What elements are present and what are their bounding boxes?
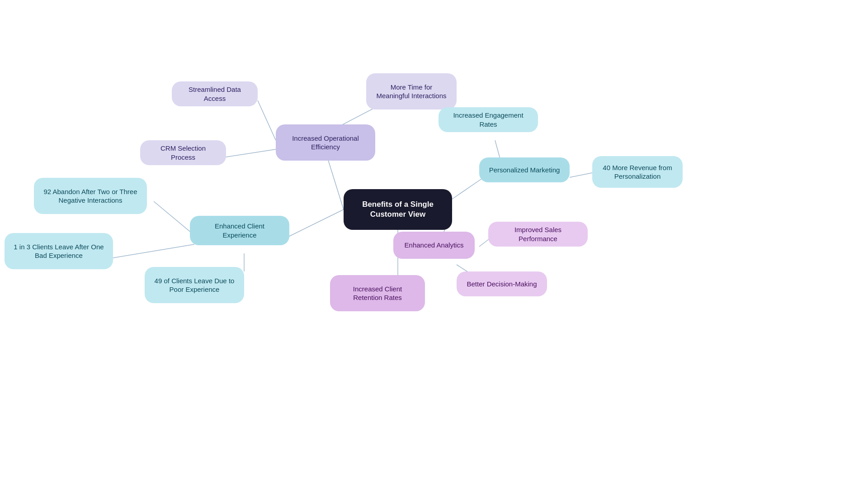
svg-line-2 xyxy=(258,100,276,140)
node-retention-rates: Increased Client Retention Rates xyxy=(330,275,425,311)
mind-map-canvas: Benefits of a Single Customer View Incre… xyxy=(0,0,868,490)
node-enhanced-client: Enhanced Client Experience xyxy=(190,216,289,245)
node-more-time: More Time for Meaningful Interactions xyxy=(366,73,457,109)
svg-line-10 xyxy=(570,173,592,177)
node-streamlined: Streamlined Data Access xyxy=(172,81,258,106)
node-personalized-marketing: Personalized Marketing xyxy=(479,157,570,182)
node-increased-operational: Increased Operational Efficiency xyxy=(276,124,375,161)
svg-line-5 xyxy=(154,201,194,235)
svg-line-4 xyxy=(285,209,344,238)
node-one-in-three: 1 in 3 Clients Leave After One Bad Exper… xyxy=(5,233,113,269)
node-improved-sales: Improved Sales Performance xyxy=(488,222,588,247)
node-more-revenue: 40 More Revenue from Personalization xyxy=(592,156,683,188)
node-49-clients: 49 of Clients Leave Due to Poor Experien… xyxy=(145,267,244,303)
svg-line-8 xyxy=(452,177,484,199)
node-engagement-rates: Increased Engagement Rates xyxy=(439,107,538,132)
node-better-decision: Better Decision-Making xyxy=(457,271,547,296)
svg-line-6 xyxy=(113,244,194,258)
center-node: Benefits of a Single Customer View xyxy=(344,189,452,230)
node-enhanced-analytics: Enhanced Analytics xyxy=(393,232,475,259)
svg-line-3 xyxy=(226,149,276,157)
node-abandon: 92 Abandon After Two or Three Negative I… xyxy=(34,178,147,214)
node-crm-selection: CRM Selection Process xyxy=(140,140,226,165)
